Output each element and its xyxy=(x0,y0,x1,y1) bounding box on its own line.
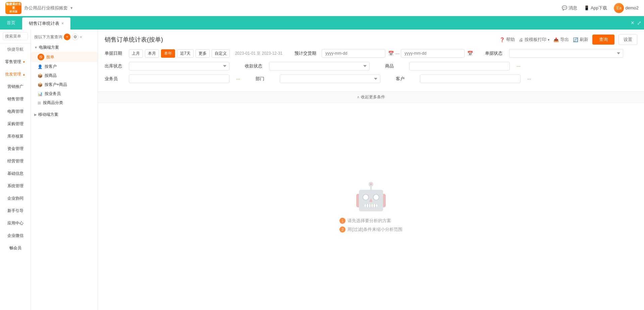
tab-maximize-icon[interactable]: ⤢ xyxy=(637,20,641,26)
sidebar-item-purchase[interactable]: 采购管理 xyxy=(0,118,31,130)
sidebar-item-finance[interactable]: 资金管理 xyxy=(0,143,31,155)
scheme-item-by-customer-goods[interactable]: 📦 按客户+商品 xyxy=(31,80,98,89)
date-btn-last-month[interactable]: 上月 xyxy=(129,49,143,58)
salesperson-input[interactable] xyxy=(129,74,229,83)
sidebar-item-wholesale[interactable]: 批发管理 ▲ xyxy=(0,68,31,81)
sidebar-item-retail[interactable]: 零售管理 ▼ xyxy=(0,56,31,68)
left-panel-header: 按以下方案查询 + ⚙ « xyxy=(31,32,98,43)
date-btn-this-month[interactable]: 本月 xyxy=(145,49,159,58)
tab-home[interactable]: 首页 xyxy=(0,16,22,30)
print-dropdown-icon[interactable]: ▾ xyxy=(548,38,549,42)
scheme-item-by-salesperson[interactable]: 📊 按业务员 xyxy=(31,89,98,98)
sidebar-item-ecommerce[interactable]: 电商管理 xyxy=(0,105,31,118)
content-area: 销售订单统计表(按单) ❓ 帮助 🖨 按模板打印 ▾ 📤 导出 🔄 刷新 xyxy=(98,30,644,310)
customer-more-icon[interactable]: ··· xyxy=(527,76,531,82)
collapse-up-icon: ∧ xyxy=(357,95,361,99)
sidebar-item-marketing[interactable]: 营销推广 xyxy=(0,81,31,93)
mobile-group-header[interactable]: ▶ 移动端方案 xyxy=(31,110,98,119)
content-actions: ❓ 帮助 🖨 按模板打印 ▾ 📤 导出 🔄 刷新 查询 设置 xyxy=(499,34,637,45)
goods-input[interactable] xyxy=(409,62,510,70)
collapse-panel-button[interactable]: « xyxy=(80,35,82,39)
tab-minimize-icon[interactable]: × xyxy=(631,19,634,27)
navtabs: 首页 销售订单统计表 × × ⤢ xyxy=(0,16,644,30)
tab-sales-order-stats[interactable]: 销售订单统计表 × xyxy=(22,17,70,30)
goods-more-icon[interactable]: ··· xyxy=(517,63,521,69)
expected-date-label: 预计交货期 xyxy=(294,50,316,56)
export-icon: 📤 xyxy=(553,37,559,42)
status-select[interactable] xyxy=(509,49,623,58)
box2-icon: 📦 xyxy=(38,83,43,87)
scheme-item-by-category[interactable]: ⊞ 按商品分类 xyxy=(31,98,98,107)
expected-date-start[interactable] xyxy=(322,49,385,58)
customer-input[interactable] xyxy=(420,74,521,83)
collapse-bar[interactable]: ∧ 收起更多条件 xyxy=(98,91,644,103)
message-button[interactable]: 💬 消息 xyxy=(562,5,577,11)
print-button[interactable]: 🖨 按模板打印 ▾ xyxy=(519,37,549,43)
query-button[interactable]: 查询 xyxy=(592,35,614,45)
date-btn-custom[interactable]: 自定义 xyxy=(212,49,230,58)
payment-status-select[interactable] xyxy=(269,62,370,70)
scheme-item-by-order[interactable]: 按 按单 xyxy=(31,52,98,62)
tip-num-2: 2 xyxy=(339,226,345,232)
message-icon: 💬 xyxy=(562,5,567,10)
search-input[interactable] xyxy=(3,32,28,40)
sidebar-item-membership[interactable]: 畅会员 xyxy=(0,242,31,254)
sidebar-item-corp[interactable]: 企业协同 xyxy=(0,192,31,205)
user-menu[interactable]: Ea demo2 xyxy=(614,3,639,13)
date-btn-more[interactable]: 更多 xyxy=(196,49,210,58)
sidebar-item-newbie[interactable]: 新手引导 xyxy=(0,205,31,217)
refresh-icon: 🔄 xyxy=(573,37,578,42)
add-scheme-button[interactable]: + xyxy=(64,34,70,40)
empty-tips: 1 请先选择要分析的方案 2 用[过滤]条件来缩小分析范围 xyxy=(339,218,402,232)
payment-status-group xyxy=(269,62,370,70)
settings-scheme-button[interactable]: ⚙ xyxy=(72,34,78,40)
tree-arrow-right-icon: ▶ xyxy=(34,113,37,116)
sidebar-item-appstore[interactable]: 应用中心 xyxy=(0,217,31,229)
sidebar-item-operations[interactable]: 经营管理 xyxy=(0,155,31,167)
sidebar-item-wechat[interactable]: 企业微信 xyxy=(0,229,31,242)
payment-status-label: 收款状态 xyxy=(245,63,264,69)
out-status-select[interactable] xyxy=(129,62,229,70)
settings-button[interactable]: 设置 xyxy=(619,34,637,45)
expected-date-end[interactable] xyxy=(401,49,465,58)
sidebar-item-basic[interactable]: 基础信息 xyxy=(0,167,31,180)
sidebar-item-system[interactable]: 系统管理 xyxy=(0,180,31,192)
calendar-end-icon[interactable]: 📅 xyxy=(467,51,473,56)
out-status-group xyxy=(129,62,229,70)
date-btn-7days[interactable]: 近7天 xyxy=(177,49,194,58)
sidebar-item-sales[interactable]: 销售管理 xyxy=(0,93,31,105)
tip-text-1: 请先选择要分析的方案 xyxy=(347,218,391,224)
brand-name: 畅捷通好生意 标准版 xyxy=(5,2,21,14)
dept-select[interactable] xyxy=(280,74,380,83)
empty-state: 🤖 1 请先选择要分析的方案 2 用[过滤]条件来缩小分析范围 xyxy=(98,103,644,310)
out-status-label: 出库状态 xyxy=(105,63,123,69)
date-range-text: 2023-01-01 至 2023-12-31 xyxy=(235,51,282,56)
sidebar-search-container xyxy=(0,30,31,43)
help-button[interactable]: ❓ 帮助 xyxy=(499,37,515,43)
date-label: 单据日期 xyxy=(105,50,123,56)
goods-label: 商品 xyxy=(385,63,404,69)
salesperson-more-icon[interactable]: ··· xyxy=(236,76,240,82)
scheme-item-by-customer[interactable]: 👤 按客户 xyxy=(31,62,98,71)
scheme-item-by-goods[interactable]: 📦 按商品 xyxy=(31,71,98,80)
calendar-start-icon[interactable]: 📅 xyxy=(388,51,394,56)
app-icon: 📱 xyxy=(584,5,589,10)
filter-row-3: 业务员 ··· 部门 客户 ··· xyxy=(105,74,637,83)
topbar-left: 畅捷通好生意 标准版 办公用品行业模拟账套 ▾ xyxy=(5,2,73,14)
date-btn-this-year[interactable]: 本年 xyxy=(161,49,175,58)
bar-icon: 📊 xyxy=(38,92,43,96)
gear-icon: ⚙ xyxy=(73,35,77,39)
company-dropdown-icon[interactable]: ▾ xyxy=(70,5,73,10)
brand-logo: 畅捷通好生意 标准版 xyxy=(5,2,21,14)
box-icon: 📦 xyxy=(38,73,43,78)
date-separator: — xyxy=(395,51,399,56)
export-button[interactable]: 📤 导出 xyxy=(553,37,569,43)
app-download-button[interactable]: 📱 App下载 xyxy=(584,5,607,11)
tab-close-icon[interactable]: × xyxy=(61,21,64,26)
main-layout: 快捷导航 零售管理 ▼ 批发管理 ▲ 营销推广 销售管理 电商管理 采购管理 库… xyxy=(0,30,644,310)
refresh-button[interactable]: 🔄 刷新 xyxy=(573,37,588,43)
topbar: 畅捷通好生意 标准版 办公用品行业模拟账套 ▾ 💬 消息 📱 App下载 Ea … xyxy=(0,0,644,16)
desktop-group-header[interactable]: ▼ 电脑端方案 xyxy=(31,43,98,52)
sidebar-item-inventory[interactable]: 库存核算 xyxy=(0,130,31,143)
company-name: 办公用品行业模拟账套 xyxy=(24,5,68,11)
